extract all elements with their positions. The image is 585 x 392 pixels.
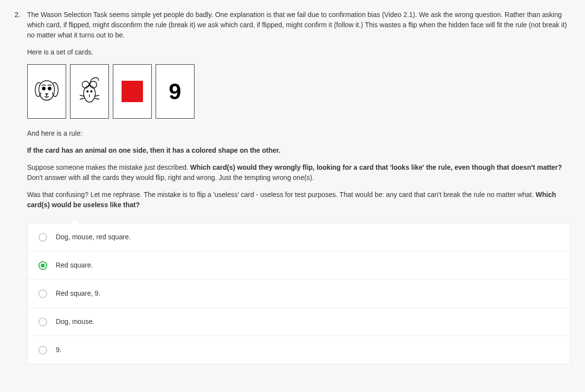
p4-lead: Suppose someone makes the mistake just d… xyxy=(27,163,190,171)
option-label: Red square. xyxy=(56,260,93,270)
svg-line-7 xyxy=(80,98,85,99)
option-label: Dog, mouse. xyxy=(56,317,94,327)
dog-icon xyxy=(32,72,61,111)
p4-bold: Which card(s) would they wrongly flip, l… xyxy=(190,163,562,171)
paragraph-rephrase: Was that confusing? Let me rephrase. The… xyxy=(27,190,570,210)
option-1[interactable]: Red square. xyxy=(28,251,570,280)
option-label: 9. xyxy=(56,345,62,355)
option-label: Dog, mouse, red square. xyxy=(56,232,131,242)
paragraph-mistake: Suppose someone makes the mistake just d… xyxy=(27,162,570,183)
option-label: Red square, 9. xyxy=(56,288,101,299)
svg-point-2 xyxy=(82,81,89,88)
svg-point-0 xyxy=(42,87,45,90)
p5-lead: Was that confusing? Let me rephrase. The… xyxy=(27,191,536,198)
card-dog xyxy=(27,64,66,119)
question-block: 2. The Wason Selection Task seems simple… xyxy=(15,10,570,364)
option-3[interactable]: Dog, mouse. xyxy=(28,308,570,336)
option-4[interactable]: 9. xyxy=(28,336,570,364)
answer-list: Dog, mouse, red square. Red square. Red … xyxy=(27,223,570,364)
svg-point-3 xyxy=(90,81,97,88)
svg-line-9 xyxy=(94,98,99,99)
paragraph-cards-intro: Here is a set of cards. xyxy=(27,47,570,57)
svg-point-1 xyxy=(48,87,51,90)
mouse-icon xyxy=(75,72,104,111)
option-2[interactable]: Red square, 9. xyxy=(28,280,570,308)
radio-icon xyxy=(38,261,47,270)
paragraph-rule-intro: And here is a rule: xyxy=(27,128,570,139)
red-square-icon xyxy=(122,81,143,102)
radio-icon xyxy=(38,318,47,326)
card-red-square xyxy=(113,64,152,119)
paragraph-intro: The Wason Selection Task seems simple ye… xyxy=(27,10,570,40)
rule-text: If the card has an animal on one side, t… xyxy=(27,145,570,156)
question-body: The Wason Selection Task seems simple ye… xyxy=(27,10,570,364)
option-0[interactable]: Dog, mouse, red square. xyxy=(28,223,570,251)
svg-point-5 xyxy=(90,91,92,92)
card-nine-value: 9 xyxy=(169,75,181,108)
radio-icon xyxy=(38,289,47,298)
svg-point-4 xyxy=(87,91,88,92)
card-row: 9 xyxy=(27,64,570,119)
p4-tail: Don't answer with all the cards they wou… xyxy=(27,174,314,181)
radio-icon xyxy=(38,233,47,242)
card-mouse xyxy=(70,64,109,119)
card-nine: 9 xyxy=(156,64,195,119)
question-number: 2. xyxy=(15,10,20,20)
radio-icon xyxy=(38,346,47,355)
